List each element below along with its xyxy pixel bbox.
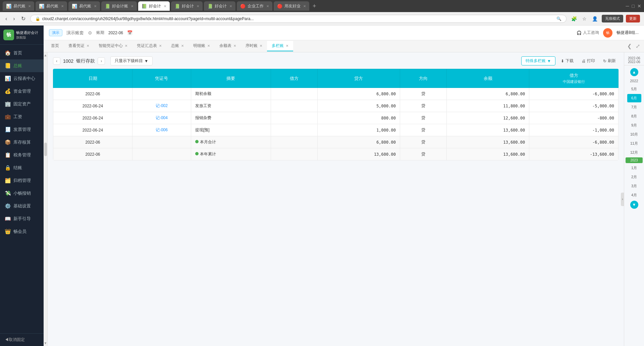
sidebar-item-guide[interactable]: 📖 新手引导	[0, 212, 44, 225]
tab-voucher-view[interactable]: 查看凭证 ✕	[64, 41, 94, 51]
bookmark-icon[interactable]: ☆	[581, 15, 588, 23]
month-5[interactable]: 5月	[627, 85, 641, 93]
forward-button[interactable]: ›	[12, 14, 16, 23]
service-button[interactable]: 🎧 人工咨询	[577, 30, 599, 36]
settings-gear-button[interactable]: ⚙	[88, 30, 92, 36]
tab-general-ledger-close[interactable]: ✕	[181, 44, 184, 48]
calendar-icon[interactable]: 📅	[127, 30, 132, 35]
month-9[interactable]: 9月	[627, 121, 641, 130]
cell-voucher-2[interactable]: 记-004	[132, 112, 191, 124]
cell-special-2: -800.00	[529, 112, 619, 124]
tab-detail-ledger[interactable]: 明细账 ✕	[189, 41, 215, 51]
close-button[interactable]: ✕	[637, 3, 641, 9]
month-11[interactable]: 11月	[627, 139, 641, 148]
sidebar-item-funds[interactable]: 💰 资金管理	[0, 85, 44, 98]
scrollbar-thumb[interactable]	[44, 143, 47, 156]
expand-tabs-button[interactable]: ⤢	[634, 42, 641, 51]
tab-close-6[interactable]: ✕	[197, 4, 199, 8]
sidebar-item-archive[interactable]: 🗂️ 归档管理	[0, 174, 44, 187]
tab-close-3[interactable]: ✕	[94, 4, 97, 8]
tab-close-2[interactable]: ✕	[61, 4, 64, 8]
cell-voucher-3[interactable]: 记-006	[132, 124, 191, 136]
special-account-button[interactable]: 特殊多栏账 ▼	[521, 56, 555, 65]
tab-sequence-ledger[interactable]: 序时账 ✕	[241, 41, 267, 51]
month-8[interactable]: 8月	[627, 112, 641, 120]
tab-home[interactable]: 首页	[46, 41, 64, 51]
tab-voucher-summary[interactable]: 凭证汇总表 ✕	[132, 41, 166, 51]
sidebar-item-salary[interactable]: 💼 工资	[0, 110, 44, 123]
browser-tab-8[interactable]: 🔴 企业工作 ✕	[237, 1, 272, 11]
tab-close-9[interactable]: ✕	[303, 4, 306, 8]
tab-sequence-ledger-close[interactable]: ✕	[260, 44, 262, 48]
sidebar-item-ledger[interactable]: 📒 总账	[0, 59, 44, 72]
panel-up-button[interactable]: ▲	[630, 68, 638, 76]
url-bar[interactable]: 🔒 cloud2.chanjet.com/accounting/uh26t264…	[30, 15, 567, 23]
browser-tab-7[interactable]: 📗 好会计 ✕	[204, 1, 235, 11]
tab-multi-column-close[interactable]: ✕	[286, 44, 288, 48]
filter-button[interactable]: 只显示下级科目 ▼	[110, 56, 153, 65]
account-next-button[interactable]: ›	[98, 57, 105, 65]
month-12[interactable]: 12月	[627, 148, 641, 157]
tab-smart-voucher[interactable]: 智能凭证中心 ✕	[94, 41, 132, 51]
panel-down-button[interactable]: ▼	[630, 201, 638, 209]
unpin-button[interactable]: ◀取消固定	[0, 333, 44, 346]
month-2023-2[interactable]: 2月	[627, 173, 641, 181]
refresh-button[interactable]: ↻ 刷新	[600, 56, 619, 65]
tab-close-1[interactable]: ✕	[28, 4, 31, 8]
refresh-button[interactable]: ↻	[20, 14, 27, 23]
cell-voucher-1[interactable]: 记-002	[132, 100, 191, 112]
tab-general-ledger[interactable]: 总账 ✕	[166, 41, 189, 51]
sidebar-item-invoice[interactable]: 🧾 发票管理	[0, 123, 44, 136]
right-panel-collapse-button[interactable]: ›	[621, 193, 624, 206]
tab-detail-ledger-close[interactable]: ✕	[207, 44, 210, 48]
tab-multi-column[interactable]: 多栏账 ✕	[267, 41, 293, 51]
month-2023-4[interactable]: 4月	[627, 191, 641, 199]
tab-balance-table[interactable]: 余额表 ✕	[215, 41, 241, 51]
browser-tab-2[interactable]: 📊 易代账 ✕	[36, 1, 67, 11]
tab-close-4[interactable]: ✕	[131, 4, 133, 8]
tab-voucher-summary-close[interactable]: ✕	[159, 44, 162, 48]
sidebar-item-settings[interactable]: ⚙️ 基础设置	[0, 200, 44, 212]
print-button[interactable]: 🖨 打印	[579, 56, 598, 65]
profile-icon[interactable]: 👤	[591, 15, 599, 23]
download-button[interactable]: ⬇ 下载	[558, 56, 576, 65]
sidebar-item-home[interactable]: 🏠 首页	[0, 47, 44, 59]
month-2023-3[interactable]: 3月	[627, 182, 641, 190]
minimize-button[interactable]: ─	[626, 3, 629, 9]
back-button[interactable]: ‹	[4, 14, 8, 23]
tab-close-7[interactable]: ✕	[229, 4, 232, 8]
tab-voucher-view-close[interactable]: ✕	[87, 44, 89, 48]
browser-tab-6[interactable]: 📗 好会计 ✕	[171, 1, 203, 11]
cell-credit-1: 5,000.00	[317, 100, 400, 112]
sidebar-item-reports[interactable]: 📊 云报表中心	[0, 72, 44, 85]
browser-tab-3[interactable]: 📊 易代账 ✕	[68, 1, 100, 11]
sidebar-item-closing[interactable]: 🔒 结账	[0, 161, 44, 174]
sidebar-item-tax[interactable]: 📋 税务管理	[0, 149, 44, 161]
user-name: 畅捷通B组...	[616, 30, 639, 36]
browser-tab-9[interactable]: 🔴 用友好业 ✕	[274, 1, 309, 11]
browser-tab-5[interactable]: 📗 好会计 ✕	[138, 1, 170, 11]
user-avatar[interactable]: 畅	[603, 28, 612, 38]
update-button[interactable]: 更新	[626, 15, 640, 22]
sidebar-item-vip[interactable]: 👑 畅会员	[0, 225, 44, 238]
sidebar-item-expense[interactable]: 💸 小畅报销	[0, 187, 44, 200]
extensions-icon[interactable]: 🧩	[570, 15, 578, 23]
new-tab-button[interactable]: +	[311, 3, 318, 10]
tab-smart-voucher-close[interactable]: ✕	[125, 44, 127, 48]
month-6[interactable]: 6月	[627, 94, 641, 102]
collapse-tabs-button[interactable]: ❮	[626, 42, 633, 51]
tab-close-8[interactable]: ✕	[266, 4, 269, 8]
account-prev-button[interactable]: ‹	[53, 57, 60, 65]
month-10[interactable]: 10月	[627, 130, 641, 139]
month-2023-1[interactable]: 1月	[627, 164, 641, 172]
maximize-button[interactable]: □	[632, 3, 635, 9]
sidebar-item-assets[interactable]: 🏢 固定资产	[0, 98, 44, 110]
wuma-button[interactable]: 无痕模式	[602, 15, 623, 22]
tab-balance-table-close[interactable]: ✕	[233, 44, 236, 48]
sidebar-item-inventory[interactable]: 📦 库存核算	[0, 136, 44, 149]
month-7[interactable]: 7月	[627, 103, 641, 111]
browser-tab-1[interactable]: 📊 易代账 ✕	[3, 1, 34, 11]
tab-close-5[interactable]: ✕	[164, 4, 166, 8]
col-summary: 摘要	[191, 69, 271, 88]
browser-tab-4[interactable]: 📗 好会计账 ✕	[101, 1, 137, 11]
